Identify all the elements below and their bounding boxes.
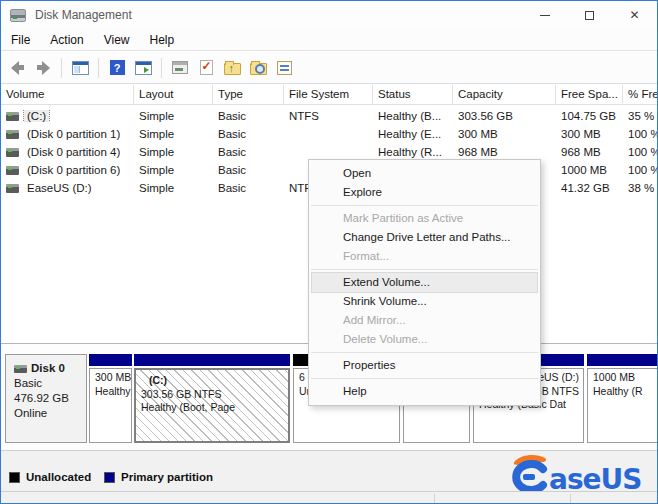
volume-name: (Disk 0 partition 1): [24, 128, 123, 140]
column-header-file-system[interactable]: File System: [284, 85, 373, 105]
toolbar-separator: [98, 58, 99, 78]
menu-separator: [311, 205, 538, 206]
menu-item-explore[interactable]: Explore: [309, 183, 540, 202]
menu-item-delete-volume: Delete Volume...: [309, 330, 540, 349]
column-header-layout[interactable]: Layout: [134, 85, 213, 105]
easeus-logo-bar: [523, 474, 535, 480]
cell-layout: Simple: [134, 182, 213, 194]
disk-name: Disk 0: [31, 361, 65, 376]
column-header-type[interactable]: Type: [213, 85, 284, 105]
cell-type: Basic: [213, 182, 284, 194]
table-row[interactable]: (C:) Simple Basic NTFS Healthy (B... 303…: [1, 107, 657, 125]
cell-status: Healthy (R...: [373, 146, 453, 158]
back-arrow-icon[interactable]: [7, 59, 27, 77]
volume-name: (C:): [24, 110, 49, 122]
toolbar: ?: [1, 52, 657, 84]
cell-free-space: 300 MB: [556, 128, 623, 140]
menu-item-help[interactable]: Help: [309, 382, 540, 401]
volume-table-header: Volume Layout Type File System Status Ca…: [1, 85, 657, 105]
menu-item-add-mirror: Add Mirror...: [309, 311, 540, 330]
volume-icon: [6, 184, 19, 193]
popup-window-icon[interactable]: [170, 59, 190, 77]
cell-free-space: 41.32 GB: [556, 182, 623, 194]
unallocated-swatch: [9, 472, 20, 483]
properties-list-icon[interactable]: [274, 59, 294, 77]
disk-type: Basic: [14, 376, 86, 391]
maximize-button[interactable]: [567, 1, 612, 29]
volume-icon: [6, 166, 19, 175]
forward-arrow-icon[interactable]: [33, 59, 53, 77]
volume-icon: [6, 130, 19, 139]
folder-export-icon[interactable]: [222, 59, 242, 77]
column-header-pct-free[interactable]: % Free: [623, 85, 657, 105]
folder-search-icon[interactable]: [248, 59, 268, 77]
check-task-icon[interactable]: [196, 59, 216, 77]
partition-1000mb[interactable]: 1000 MB Healthy (R: [587, 354, 658, 443]
cell-status: Healthy (B...: [373, 110, 453, 122]
show-console-tree-icon[interactable]: [70, 59, 90, 77]
partition-line: 300 MB: [95, 371, 131, 385]
menu-file[interactable]: File: [1, 33, 40, 47]
close-button[interactable]: ✕: [612, 1, 657, 29]
cell-pct-free: 100 %: [623, 164, 657, 176]
column-header-capacity[interactable]: Capacity: [453, 85, 556, 105]
primary-partition-band: [89, 354, 132, 366]
disk-management-window: Disk Management ✕ File Action View Help …: [0, 0, 658, 504]
cell-capacity: 968 MB: [453, 146, 556, 158]
cell-layout: Simple: [134, 110, 213, 122]
cell-type: Basic: [213, 164, 284, 176]
partition-c-selected[interactable]: (C:) 303.56 GB NTFS Healthy (Boot, Page: [134, 354, 290, 443]
menu-item-properties[interactable]: Properties: [309, 356, 540, 375]
menu-separator: [311, 352, 538, 353]
volume-name: (Disk 0 partition 6): [24, 164, 123, 176]
cell-pct-free: 100 %: [623, 146, 657, 158]
minimize-button[interactable]: [522, 1, 567, 29]
help-icon[interactable]: ?: [107, 59, 127, 77]
window-title: Disk Management: [35, 8, 132, 22]
menu-item-change-drive-letter[interactable]: Change Drive Letter and Paths...: [309, 228, 540, 247]
primary-partition-swatch: [104, 472, 115, 483]
partition-300mb[interactable]: 300 MB Healthy: [89, 354, 132, 443]
cell-file-system: NTFS: [284, 110, 373, 122]
partition-line: Healthy: [95, 385, 131, 399]
disk-status: Online: [14, 406, 86, 421]
partition-line: 303.56 GB NTFS: [141, 388, 288, 402]
toolbar-separator: [61, 58, 62, 78]
legend-primary-partition: Primary partition: [104, 471, 213, 483]
volume-icon: [6, 112, 19, 121]
maximize-icon: [585, 11, 594, 20]
cell-type: Basic: [213, 110, 284, 122]
column-header-volume[interactable]: Volume: [1, 85, 134, 105]
menu-item-shrink-volume[interactable]: Shrink Volume...: [309, 292, 540, 311]
legend-unallocated: Unallocated: [9, 471, 91, 483]
menu-action[interactable]: Action: [40, 33, 93, 47]
menu-separator: [311, 378, 538, 379]
easeus-logo-text: aseUS: [549, 463, 641, 494]
menu-view[interactable]: View: [94, 33, 140, 47]
menu-help[interactable]: Help: [140, 33, 185, 47]
partition-line: 1000 MB: [593, 371, 658, 385]
menu-item-mark-partition-active: Mark Partition as Active: [309, 209, 540, 228]
cell-free-space: 968 MB: [556, 146, 623, 158]
disk0-info-box[interactable]: Disk 0 Basic 476.92 GB Online: [5, 354, 87, 443]
table-row[interactable]: (Disk 0 partition 1) Simple Basic Health…: [1, 125, 657, 143]
cell-capacity: 300 MB: [453, 128, 556, 140]
cell-free-space: 104.75 GB: [556, 110, 623, 122]
legend-label: Unallocated: [26, 471, 91, 483]
cell-pct-free: 38 %: [623, 182, 657, 194]
cell-type: Basic: [213, 146, 284, 158]
column-header-free-space[interactable]: Free Spa...: [556, 85, 623, 105]
minimize-icon: [540, 15, 550, 16]
cell-pct-free: 35 %: [623, 110, 657, 122]
disk-icon: [14, 365, 27, 373]
menu-item-open[interactable]: Open: [309, 164, 540, 183]
menu-item-extend-volume[interactable]: Extend Volume...: [312, 273, 537, 292]
column-header-status[interactable]: Status: [373, 85, 453, 105]
cell-layout: Simple: [134, 128, 213, 140]
show-action-pane-icon[interactable]: [133, 59, 153, 77]
legend-label: Primary partition: [121, 471, 213, 483]
primary-partition-band: [134, 354, 290, 366]
cell-pct-free: 100 %: [623, 128, 657, 140]
title-bar: Disk Management ✕: [1, 1, 657, 29]
status-bar-divider: [570, 494, 571, 504]
